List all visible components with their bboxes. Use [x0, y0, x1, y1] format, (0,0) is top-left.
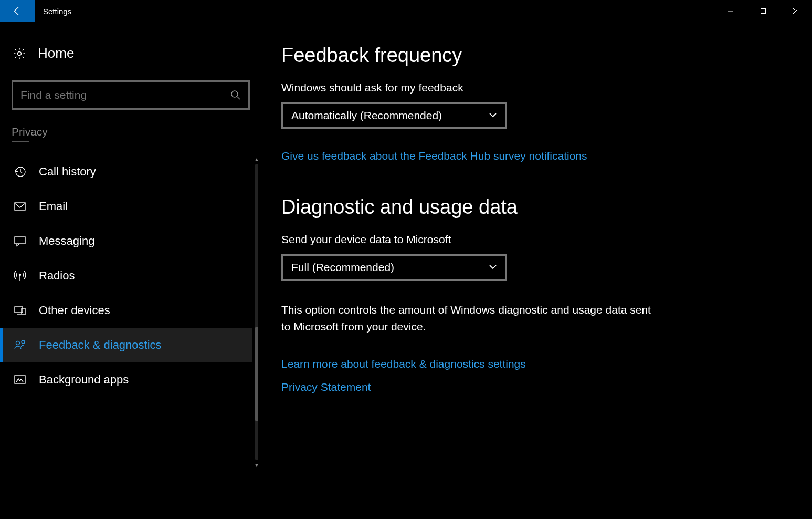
field-label-diagnostic: Send your device data to Microsoft	[281, 233, 781, 246]
window-title: Settings	[35, 0, 71, 22]
devices-icon	[13, 304, 27, 317]
scroll-down-arrow[interactable]: ▼	[252, 460, 261, 470]
sidebar-item-label: Call history	[39, 165, 96, 179]
sidebar-item-label: Background apps	[39, 373, 129, 387]
svg-rect-8	[22, 308, 25, 315]
select-value: Full (Recommended)	[291, 261, 394, 274]
feedback-icon	[13, 339, 27, 351]
scroll-track[interactable]	[255, 164, 258, 460]
link-privacy-statement[interactable]: Privacy Statement	[281, 381, 781, 393]
gear-icon	[13, 47, 26, 60]
section-heading-feedback-frequency: Feedback frequency	[281, 44, 781, 67]
svg-point-10	[22, 340, 25, 344]
sidebar-item-label: Feedback & diagnostics	[39, 338, 162, 352]
home-label: Home	[38, 45, 74, 61]
scroll-thumb[interactable]	[255, 327, 258, 421]
diagnostic-description: This option controls the amount of Windo…	[281, 302, 659, 335]
sidebar-item-label: Radios	[39, 269, 75, 283]
titlebar: Settings	[0, 0, 812, 22]
svg-rect-0	[761, 9, 766, 14]
sidebar-item-background-apps[interactable]: Background apps	[0, 362, 252, 397]
feedback-frequency-select[interactable]: Automatically (Recommended)	[281, 102, 507, 129]
category-underline	[12, 141, 29, 142]
svg-point-1	[18, 51, 22, 55]
link-feedback-hub-survey[interactable]: Give us feedback about the Feedback Hub …	[281, 150, 781, 162]
maximize-button[interactable]	[747, 0, 779, 22]
sidebar-item-radios[interactable]: Radios	[0, 258, 252, 293]
window-controls	[714, 0, 812, 22]
section-heading-diagnostic: Diagnostic and usage data	[281, 196, 781, 219]
radios-icon	[13, 269, 27, 282]
svg-rect-5	[15, 237, 25, 244]
sidebar: Home Privacy Call history Email	[0, 22, 261, 519]
sidebar-item-call-history[interactable]: Call history	[0, 154, 252, 189]
sidebar-item-feedback-diagnostics[interactable]: Feedback & diagnostics	[0, 328, 252, 362]
bg-apps-icon	[13, 373, 27, 386]
sidebar-item-label: Messaging	[39, 234, 94, 248]
sidebar-item-other-devices[interactable]: Other devices	[0, 293, 252, 328]
svg-rect-11	[15, 376, 25, 383]
nav-list: Call history Email Messaging Radios	[0, 154, 261, 397]
sidebar-item-email[interactable]: Email	[0, 189, 252, 224]
sidebar-item-label: Email	[39, 200, 68, 213]
search-box[interactable]	[12, 80, 250, 110]
history-icon	[13, 165, 27, 178]
sidebar-item-messaging[interactable]: Messaging	[0, 224, 252, 258]
minimize-button[interactable]	[714, 0, 747, 22]
svg-point-6	[19, 274, 21, 276]
chevron-down-icon	[489, 109, 497, 122]
field-label-feedback: Windows should ask for my feedback	[281, 81, 781, 94]
svg-point-9	[16, 341, 20, 345]
chevron-down-icon	[489, 261, 497, 274]
back-button[interactable]	[0, 0, 35, 22]
link-learn-more[interactable]: Learn more about feedback & diagnostics …	[281, 358, 781, 370]
diagnostic-data-select[interactable]: Full (Recommended)	[281, 254, 507, 281]
close-button[interactable]	[779, 0, 812, 22]
main-content: Feedback frequency Windows should ask fo…	[261, 22, 812, 519]
nav-scrollbar[interactable]: ▲ ▼	[252, 154, 261, 470]
home-button[interactable]: Home	[0, 42, 261, 65]
search-input[interactable]	[20, 89, 230, 101]
scroll-up-arrow[interactable]: ▲	[252, 154, 261, 164]
category-label: Privacy	[0, 126, 261, 138]
svg-point-2	[231, 91, 238, 97]
select-value: Automatically (Recommended)	[291, 109, 442, 122]
svg-rect-4	[15, 203, 25, 210]
search-icon	[230, 90, 241, 100]
sidebar-item-label: Other devices	[39, 304, 110, 317]
mail-icon	[13, 200, 27, 213]
chat-icon	[13, 235, 27, 247]
